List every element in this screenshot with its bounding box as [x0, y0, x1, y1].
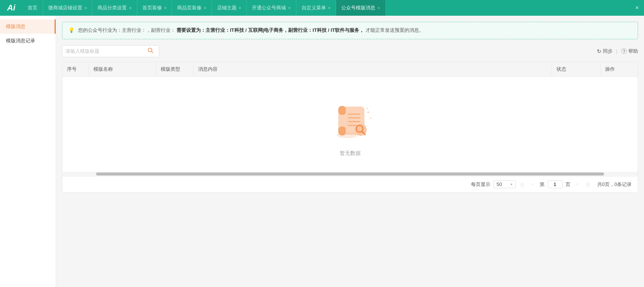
pagination: 每页显示 50 ▾ ⟨⟨ ＜ 第 页 ＞ ⟩⟩ 共0页，0条记录	[62, 176, 638, 192]
toolbar-divider: |	[616, 48, 617, 54]
nav-tab-templatemsg[interactable]: 公众号模版消息 ×	[336, 0, 385, 16]
nav-tab-mall-label: 开通公众号商城	[252, 4, 286, 11]
nav-tab-weishop[interactable]: 微商城店铺设置 ×	[43, 0, 92, 16]
col-header-type: 模版类型	[156, 62, 193, 77]
page-unit: 页	[566, 181, 570, 188]
nav-tab-productpage-label: 商品页装修	[177, 4, 201, 11]
nav-tab-productpage[interactable]: 商品页装修 ×	[172, 0, 212, 16]
notice-suffix: 才能正常发送预置的消息。	[366, 27, 424, 33]
first-page-button[interactable]: ⟨⟨	[519, 181, 526, 188]
svg-point-12	[366, 108, 367, 109]
per-page-value: 50	[497, 181, 502, 187]
svg-point-10	[367, 112, 369, 113]
prev-page-button[interactable]: ＜	[529, 180, 537, 189]
empty-state: 暂无数据	[62, 77, 638, 172]
col-header-seq: 序号	[62, 62, 89, 77]
sidebar-item-template-msg-label: 模版消息	[6, 24, 25, 29]
logo-text: Ai	[7, 3, 15, 13]
table-head: 序号 模版名称 模版类型 消息内容 状态	[62, 62, 638, 77]
close-all-tabs-button[interactable]: ×	[630, 4, 644, 11]
nav-tab-theme-label: 店铺主题	[217, 4, 237, 11]
sidebar-item-template-msg-log[interactable]: 模版消息记录	[0, 34, 56, 48]
nav-tab-weishop-close[interactable]: ×	[84, 6, 87, 10]
nav-tab-templatemsg-close[interactable]: ×	[378, 6, 380, 10]
svg-point-11	[370, 117, 371, 118]
bulb-icon: 💡	[68, 27, 74, 33]
sidebar-item-template-msg-log-label: 模版消息记录	[6, 38, 35, 43]
sidebar: 模版消息 模版消息记录	[0, 16, 56, 287]
svg-line-1	[152, 52, 153, 53]
help-button[interactable]: ? 帮助	[621, 48, 638, 55]
col-header-status: 状态	[552, 62, 600, 77]
nav-tab-category-close[interactable]: ×	[129, 6, 131, 10]
per-page-dropdown-icon: ▾	[511, 182, 512, 186]
nav-tab-theme[interactable]: 店铺主题 ×	[212, 0, 247, 16]
per-page-label: 每页显示	[471, 181, 490, 188]
scrollbar-thumb[interactable]	[96, 172, 604, 175]
horizontal-scrollbar[interactable]	[62, 172, 638, 176]
nav-tab-mall-close[interactable]: ×	[288, 6, 290, 10]
nav-tab-custommenu[interactable]: 自定义菜单 ×	[296, 0, 336, 16]
table-body: 暂无数据	[62, 76, 638, 172]
search-input[interactable]	[65, 48, 148, 54]
nav-tab-weishop-label: 微商城店铺设置	[48, 4, 82, 11]
sync-label: 同步	[603, 48, 613, 55]
nav-tab-category[interactable]: 商品分类设置 ×	[92, 0, 137, 16]
empty-text: 暂无数据	[340, 150, 361, 157]
nav-tab-custommenu-label: 自定义菜单	[302, 4, 326, 11]
data-table: 序号 模版名称 模版类型 消息内容 状态	[62, 62, 638, 172]
search-button[interactable]	[148, 48, 154, 55]
notice-banner: 💡 您的公众号行业为：主营行业：，副营行业： 需要设置为：主营行业：IT科技 /…	[62, 22, 638, 39]
next-page-button[interactable]: ＞	[573, 180, 582, 189]
nav-tab-home[interactable]: 首页	[22, 0, 43, 16]
sync-button[interactable]: ↻ 同步	[597, 48, 613, 55]
col-header-name: 模版名称	[89, 62, 156, 77]
notice-prefix: 您的公众号行业为：主营行业：，副营行业：	[78, 27, 175, 33]
col-header-action: 操作	[600, 62, 638, 77]
nav-tab-homepage-close[interactable]: ×	[164, 6, 166, 10]
main-layout: 模版消息 模版消息记录 💡 您的公众号行业为：主营行业：，副营行业： 需要设置为…	[0, 16, 644, 287]
page-label: 第	[540, 181, 545, 188]
nav-tab-homepage-label: 首页装修	[142, 4, 162, 11]
logo: Ai	[0, 0, 22, 16]
help-label: 帮助	[628, 48, 638, 55]
sync-icon: ↻	[597, 48, 601, 54]
empty-illustration	[328, 99, 373, 144]
total-info: 共0页，0条记录	[597, 181, 632, 188]
empty-state-row: 暂无数据	[62, 76, 638, 172]
table-header-row: 序号 模版名称 模版类型 消息内容 状态	[62, 62, 638, 77]
per-page-select[interactable]: 50 ▾	[493, 180, 516, 188]
nav-tab-mall[interactable]: 开通公众号商城 ×	[247, 0, 296, 16]
help-circle-icon: ?	[621, 48, 627, 54]
nav-tab-theme-close[interactable]: ×	[239, 6, 241, 10]
table-wrapper: 序号 模版名称 模版类型 消息内容 状态	[62, 62, 638, 193]
notice-highlight: 需要设置为：主营行业：IT科技 / 互联网|电子商务，副营行业：IT科技 / I…	[176, 27, 364, 33]
col-header-content: 消息内容	[193, 62, 552, 77]
nav-tab-home-label: 首页	[28, 4, 37, 11]
last-page-button[interactable]: ⟩⟩	[585, 181, 591, 188]
nav-tab-templatemsg-label: 公众号模版消息	[341, 4, 375, 11]
top-navigation: Ai 首页 微商城店铺设置 × 商品分类设置 × 首页装修 × 商品页装修 × …	[0, 0, 644, 16]
search-bar: ↻ 同步 | ? 帮助	[62, 45, 638, 57]
toolbar-right: ↻ 同步 | ? 帮助	[597, 48, 638, 55]
page-input[interactable]	[548, 180, 563, 188]
nav-tab-homepage[interactable]: 首页装修 ×	[137, 0, 172, 16]
nav-tab-custommenu-close[interactable]: ×	[328, 6, 330, 10]
sidebar-item-template-msg[interactable]: 模版消息	[0, 19, 56, 34]
search-input-wrap	[62, 45, 159, 57]
content-area: 💡 您的公众号行业为：主营行业：，副营行业： 需要设置为：主营行业：IT科技 /…	[56, 16, 644, 287]
nav-tab-productpage-close[interactable]: ×	[204, 6, 206, 10]
nav-tab-category-label: 商品分类设置	[98, 4, 127, 11]
